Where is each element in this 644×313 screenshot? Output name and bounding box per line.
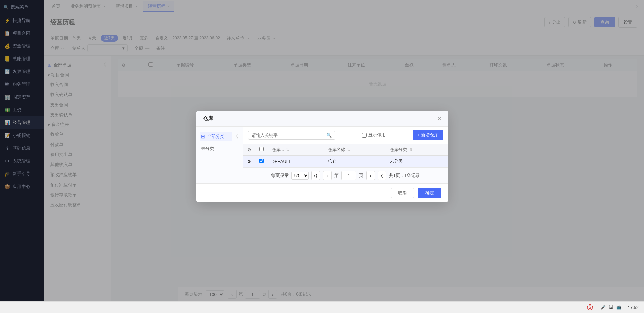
modal-sidebar-all[interactable]: ⊞ 全部分类 — [200, 132, 232, 141]
modal-page-label: 第 — [334, 172, 339, 179]
modal-col-category-label: 仓库分类 — [390, 147, 407, 152]
table-row[interactable]: ⚙ DEFAULT 总仓 未分类 — [243, 156, 448, 167]
row-code-cell: DEFAULT — [268, 156, 324, 167]
sort-icon-code: ⇅ — [286, 148, 289, 152]
modal-per-page-select[interactable]: 50 100 — [291, 172, 309, 180]
row-category-cell: 未分类 — [386, 156, 448, 167]
modal-body: ⊞ 全部分类 《 未分类 🔍 — [196, 127, 448, 183]
taskbar-icons4: 📺 — [616, 305, 621, 310]
modal-collapse-button[interactable]: 《 — [232, 132, 240, 141]
modal-col-settings[interactable]: ⚙ — [243, 144, 255, 156]
modal-search-box: 🔍 — [248, 131, 335, 140]
modal-sidebar-unclassified[interactable]: 未分类 — [196, 143, 243, 154]
modal-col-category[interactable]: 仓库分类 ⇅ — [386, 144, 448, 156]
show-disabled-text: 显示停用 — [368, 132, 386, 138]
modal-sidebar: ⊞ 全部分类 《 未分类 — [196, 127, 243, 183]
taskbar-time: 17:52 — [628, 305, 639, 310]
modal-last-page-btn[interactable]: ⟩⟩ — [378, 171, 386, 180]
taskbar-icons: Ⓢ — [587, 303, 593, 311]
row-checkbox[interactable] — [259, 159, 264, 163]
modal-main: 🔍 显示停用 + 新增仓库 ⚙ — [243, 127, 448, 183]
modal-search-icon: 🔍 — [326, 133, 332, 138]
modal-table-wrap: ⚙ 仓库... ⇅ 仓库名称 ⇅ — [243, 144, 448, 167]
modal-title: 仓库 — [203, 115, 213, 122]
modal-col-name-label: 仓库名称 — [328, 147, 345, 152]
taskbar-dot1: · — [596, 305, 597, 310]
modal-col-code[interactable]: 仓库... ⇅ — [268, 144, 324, 156]
show-disabled-label[interactable]: 显示停用 — [362, 132, 386, 138]
modal-toolbar: 🔍 显示停用 + 新增仓库 — [243, 127, 448, 144]
modal-close-icon[interactable]: × — [438, 116, 441, 122]
modal-prev-page-btn[interactable]: ‹ — [323, 171, 332, 180]
modal-col-code-label: 仓库... — [272, 147, 284, 152]
show-disabled-checkbox[interactable] — [362, 133, 367, 138]
modal-pagination: 每页显示 50 100 ⟨⟨ ‹ 第 页 › ⟩⟩ 共1页，1条记录 — [243, 167, 448, 183]
modal-page-input[interactable] — [341, 171, 356, 180]
confirm-button[interactable]: 确定 — [418, 188, 441, 198]
modal-overlay: 仓库 × ⊞ 全部分类 《 未分类 — [0, 0, 644, 313]
taskbar-icons2: 🎤 — [601, 305, 606, 310]
modal-col-checkbox — [255, 144, 268, 156]
modal-sidebar-unclassified-label: 未分类 — [201, 146, 214, 152]
modal-per-page-label: 每页显示 — [271, 172, 289, 179]
row-settings-cell: ⚙ — [243, 156, 255, 167]
modal-page-suffix: 页 — [359, 172, 363, 179]
modal-col-name[interactable]: 仓库名称 ⇅ — [324, 144, 386, 156]
modal-next-page-btn[interactable]: › — [366, 171, 375, 180]
modal-search-input[interactable] — [252, 133, 325, 138]
modal-sidebar-all-label: 全部分类 — [207, 133, 224, 140]
modal-actions: 取消 确定 — [196, 183, 448, 202]
modal-header: 仓库 × — [196, 111, 448, 127]
row-checkbox-cell — [255, 156, 268, 167]
sort-icon-category: ⇅ — [409, 148, 412, 152]
sort-icon-name: ⇅ — [347, 148, 350, 152]
taskbar: Ⓢ · 🎤 🖼 📺 17:52 — [0, 301, 644, 313]
warehouse-modal: 仓库 × ⊞ 全部分类 《 未分类 — [196, 111, 448, 202]
modal-table: ⚙ 仓库... ⇅ 仓库名称 ⇅ — [243, 144, 448, 167]
modal-total-records: 共1页，1条记录 — [389, 172, 420, 179]
modal-first-page-btn[interactable]: ⟨⟨ — [311, 171, 320, 180]
row-name-cell: 总仓 — [324, 156, 386, 167]
modal-select-all[interactable] — [259, 147, 264, 151]
cancel-button[interactable]: 取消 — [391, 188, 414, 198]
grid-icon2: ⊞ — [201, 134, 205, 139]
add-warehouse-button[interactable]: + 新增仓库 — [413, 130, 443, 140]
taskbar-icons3: 🖼 — [609, 305, 613, 310]
